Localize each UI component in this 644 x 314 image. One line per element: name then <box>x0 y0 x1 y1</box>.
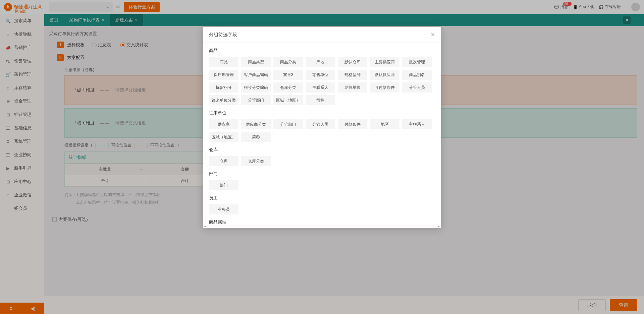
field-chip[interactable]: 商品分类 <box>273 57 303 67</box>
modal-title: 分组待选字段 <box>209 32 237 38</box>
field-chip[interactable]: 收付款条件 <box>370 82 399 92</box>
chip-row: 商品商品类型商品分类产地默认仓库主要供应商批次管理保质期管理客户商品编码重量3零… <box>209 57 435 105</box>
field-chip[interactable]: 简称 <box>306 95 335 105</box>
field-chip[interactable]: 业务员 <box>209 204 238 214</box>
field-group-1: 往来单位供应商供应商分类分管部门分管人员付款条件地区主联系人区域（地区）简称 <box>209 110 435 142</box>
field-group-0: 商品商品商品类型商品分类产地默认仓库主要供应商批次管理保质期管理客户商品编码重量… <box>209 48 435 105</box>
modal-mask[interactable]: 分组待选字段 ✕ 商品商品商品类型商品分类产地默认仓库主要供应商批次管理保质期管… <box>0 0 644 314</box>
field-chip[interactable]: 商品别名 <box>402 70 432 80</box>
modal-hscroll[interactable] <box>203 225 441 228</box>
field-group-3: 部门部门 <box>209 171 435 190</box>
close-icon[interactable]: ✕ <box>431 32 435 38</box>
field-chip[interactable]: 地区 <box>370 119 399 129</box>
field-chip[interactable]: 仓库分类 <box>273 82 303 92</box>
field-chip[interactable]: 分管部门 <box>273 119 303 129</box>
field-group-title: 部门 <box>209 171 435 177</box>
field-group-5: 商品属性属性颜色多规格尺码鞋码1 <box>209 219 435 225</box>
field-chip[interactable]: 主联系人 <box>402 119 432 129</box>
field-chip[interactable]: 部门 <box>209 180 238 190</box>
modal-body[interactable]: 商品商品商品类型商品分类产地默认仓库主要供应商批次管理保质期管理客户商品编码重量… <box>203 43 441 225</box>
field-chip[interactable]: 拣货积分 <box>209 82 238 92</box>
field-chip[interactable]: 保质期管理 <box>209 70 238 80</box>
field-chip[interactable]: 默认供应商 <box>370 70 399 80</box>
field-chip[interactable]: 商品 <box>209 57 238 67</box>
field-chip[interactable]: 客户商品编码 <box>241 70 271 80</box>
field-group-4: 员工业务员 <box>209 195 435 214</box>
field-chip[interactable]: 批次管理 <box>402 57 432 67</box>
field-chip[interactable]: 税收分类编码 <box>241 82 271 92</box>
field-chip[interactable]: 区域（地区） <box>209 132 238 142</box>
field-picker-modal: 分组待选字段 ✕ 商品商品商品类型商品分类产地默认仓库主要供应商批次管理保质期管… <box>203 27 441 228</box>
field-chip[interactable]: 零售单位 <box>306 70 335 80</box>
field-chip[interactable]: 区域（地区） <box>273 95 303 105</box>
field-chip[interactable]: 商品类型 <box>241 57 271 67</box>
field-group-title: 员工 <box>209 195 435 201</box>
field-group-2: 仓库仓库仓库分类 <box>209 147 435 166</box>
field-chip[interactable]: 供应商 <box>209 119 238 129</box>
field-group-title: 商品属性 <box>209 219 435 225</box>
field-group-title: 往来单位 <box>209 110 435 116</box>
field-chip[interactable]: 产地 <box>306 57 335 67</box>
field-chip[interactable]: 仓库 <box>209 156 238 166</box>
field-chip[interactable]: 结算单位 <box>338 82 367 92</box>
field-group-title: 仓库 <box>209 147 435 153</box>
field-chip[interactable]: 简称 <box>241 132 271 142</box>
field-chip[interactable]: 分管部门 <box>241 95 271 105</box>
field-chip[interactable]: 分管人员 <box>306 119 335 129</box>
field-chip[interactable]: 重量3 <box>273 70 303 80</box>
field-chip[interactable]: 默认仓库 <box>338 57 367 67</box>
chip-row: 供应商供应商分类分管部门分管人员付款条件地区主联系人区域（地区）简称 <box>209 119 435 142</box>
field-chip[interactable]: 仓库分类 <box>241 156 271 166</box>
field-group-title: 商品 <box>209 48 435 54</box>
modal-header: 分组待选字段 ✕ <box>203 27 441 43</box>
field-chip[interactable]: 主联系人 <box>306 82 335 92</box>
chip-row: 部门 <box>209 180 435 190</box>
field-chip[interactable]: 分管人员 <box>402 82 432 92</box>
field-chip[interactable]: 往来单位分类 <box>209 95 238 105</box>
chip-row: 业务员 <box>209 204 435 214</box>
field-chip[interactable]: 主要供应商 <box>370 57 399 67</box>
field-chip[interactable]: 供应商分类 <box>241 119 271 129</box>
field-chip[interactable]: 付款条件 <box>338 119 367 129</box>
field-chip[interactable]: 规格型号 <box>338 70 367 80</box>
chip-row: 仓库仓库分类 <box>209 156 435 166</box>
